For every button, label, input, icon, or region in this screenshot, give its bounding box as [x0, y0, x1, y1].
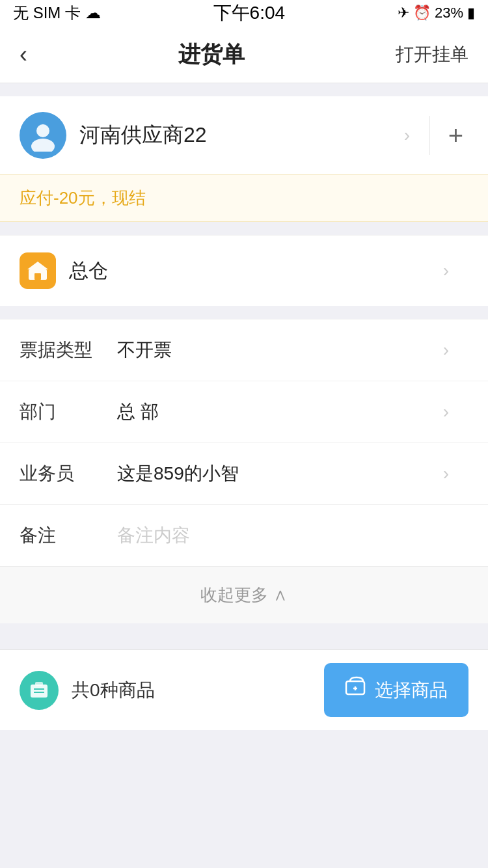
status-time: 下午6:04 [213, 1, 286, 25]
page-title: 进货单 [178, 40, 245, 70]
notice-text: 应付-20元，现结 [20, 188, 146, 208]
supplier-chevron-icon: › [404, 125, 410, 146]
cart-icon [345, 676, 368, 704]
open-pending-button[interactable]: 打开挂单 [396, 42, 468, 67]
department-label: 部门 [20, 400, 117, 424]
section-gap-1 [0, 83, 488, 96]
supplier-section: 河南供应商22 › + 应付-20元，现结 [0, 96, 488, 222]
collapse-button[interactable]: 收起更多 ∧ [0, 566, 488, 623]
product-count-icon [20, 671, 59, 710]
warehouse-name: 总仓 [69, 258, 443, 284]
select-goods-label: 选择商品 [375, 678, 448, 703]
status-bar: 无 SIM 卡 ☁ 下午6:04 ✈ ⏰ 23% ▮ [0, 0, 488, 26]
collapse-label: 收起更多 ∧ [200, 585, 287, 604]
section-gap-3 [0, 306, 488, 319]
invoice-chevron-icon: › [443, 340, 449, 360]
nav-bar: ‹ 进货单 打开挂单 [0, 26, 488, 83]
remark-row[interactable]: 备注 备注内容 [0, 504, 488, 566]
invoice-label: 票据类型 [20, 338, 117, 362]
battery-icon: ▮ [467, 5, 475, 21]
svg-point-0 [36, 124, 49, 137]
svg-point-1 [31, 139, 55, 152]
supplier-avatar [20, 112, 66, 159]
remark-input[interactable]: 备注内容 [117, 523, 468, 548]
department-value: 总 部 [117, 400, 443, 424]
supplier-name: 河南供应商22 [79, 121, 404, 150]
warehouse-section: 总仓 › [0, 235, 488, 306]
section-gap-4 [0, 623, 488, 636]
signal-text: 无 SIM 卡 ☁ [13, 3, 101, 23]
salesman-value: 这是859的小智 [117, 461, 443, 486]
warehouse-row[interactable]: 总仓 › [0, 235, 488, 306]
invoice-value: 不开票 [117, 338, 443, 362]
department-chevron-icon: › [443, 401, 449, 422]
salesman-row[interactable]: 业务员 这是859的小智 › [0, 442, 488, 504]
section-gap-2 [0, 222, 488, 235]
invoice-row[interactable]: 票据类型 不开票 › [0, 319, 488, 381]
svg-rect-6 [35, 682, 43, 686]
warehouse-icon [20, 252, 56, 289]
form-section: 票据类型 不开票 › 部门 总 部 › 业务员 这是859的小智 › 备注 备注… [0, 319, 488, 623]
select-goods-button[interactable]: 选择商品 [324, 663, 468, 717]
back-button[interactable]: ‹ [20, 41, 27, 68]
svg-rect-5 [31, 685, 47, 698]
page-background [0, 730, 488, 868]
product-count-text: 共0种商品 [72, 678, 324, 703]
location-icon: ✈ [398, 5, 409, 21]
notice-bar: 应付-20元，现结 [0, 174, 488, 222]
alarm-icon: ⏰ [413, 5, 431, 21]
add-supplier-button[interactable]: + [429, 116, 468, 155]
svg-rect-4 [34, 273, 41, 280]
bottom-bar: 共0种商品 选择商品 [0, 649, 488, 730]
status-right: ✈ ⏰ 23% ▮ [398, 5, 475, 21]
salesman-label: 业务员 [20, 461, 117, 486]
svg-marker-3 [27, 262, 48, 269]
remark-label: 备注 [20, 523, 117, 548]
battery-text: 23% [435, 5, 463, 21]
status-left: 无 SIM 卡 ☁ [13, 3, 101, 23]
salesman-chevron-icon: › [443, 463, 449, 484]
department-row[interactable]: 部门 总 部 › [0, 381, 488, 442]
supplier-row[interactable]: 河南供应商22 › + [0, 96, 488, 174]
warehouse-chevron-icon: › [443, 260, 449, 281]
